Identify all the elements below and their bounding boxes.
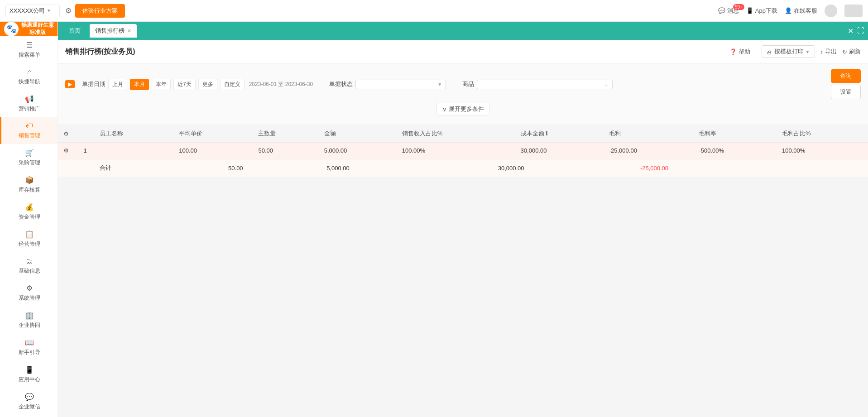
sidebar-item-label: 搜索菜单	[19, 51, 40, 59]
col-header-settings: ⚙	[58, 125, 76, 143]
sidebar-item-purchase[interactable]: 🛒 采购管理	[0, 144, 58, 171]
sidebar-item-app-center[interactable]: 📱 应用中心	[0, 361, 58, 388]
help-button[interactable]: ❓ 帮助	[729, 48, 750, 56]
sidebar-item-enterprise-wx[interactable]: 💬 企业微信	[0, 388, 58, 415]
row-gross: -25,000.00	[604, 143, 694, 159]
date-btn-more[interactable]: 更多	[198, 79, 217, 90]
export-button[interactable]: ↑ 导出	[820, 48, 837, 56]
date-btn-7days[interactable]: 近7天	[173, 79, 196, 90]
expand-conditions-button[interactable]: ∨ 展开更多条件	[436, 103, 490, 115]
footer-sales-pct	[451, 159, 493, 177]
status-select[interactable]: ▼	[355, 80, 446, 89]
inventory-icon: 📦	[25, 176, 34, 184]
date-range-display: 2023-06-01 至 2023-06-30	[249, 81, 313, 88]
footer-row: 合计 50.00 5,000.00	[58, 159, 868, 177]
date-btn-this-year[interactable]: 本年	[152, 79, 171, 90]
sidebar-item-quick-nav[interactable]: ⌂ 快捷导航	[0, 63, 58, 90]
enterprise-icon: 🏢	[25, 311, 34, 320]
sidebar-item-label: 采购管理	[19, 159, 40, 167]
tab-home[interactable]: 首页	[62, 24, 88, 38]
row-gross-rate: -500.00%	[693, 143, 777, 159]
tab-bar-right: ✕ ⛶	[848, 27, 864, 35]
date-btn-custom[interactable]: 自定义	[220, 79, 245, 90]
guide-icon: 📖	[25, 338, 34, 347]
print-chevron-icon: ▼	[806, 49, 810, 54]
sidebar-item-operations[interactable]: 📋 经营管理	[0, 225, 58, 253]
print-button[interactable]: 🖨 按模板打印 ▼	[762, 45, 815, 58]
col-header-gross: 毛利	[604, 125, 694, 143]
sidebar-item-label: 企业协同	[19, 321, 40, 329]
page-title: 销售排行榜(按业务员)	[65, 47, 729, 57]
date-btn-last-month[interactable]: 上月	[108, 79, 127, 90]
operations-icon: 📋	[25, 230, 34, 239]
basic-info-icon: 🗂	[26, 257, 33, 265]
top-bar: XXXXXX公司 ▼ ⚙ 体验行业方案 💬 消息 99+ 📱 App下载 👤 在…	[0, 0, 868, 22]
footer-cost: 30,000.00	[493, 159, 635, 177]
sidebar-item-label: 库存核算	[19, 186, 40, 194]
avatar[interactable]	[825, 5, 837, 17]
wechat-icon: 💬	[25, 393, 34, 401]
expand-icon: ∨	[442, 106, 447, 113]
logo-icon: 🐾	[4, 22, 19, 36]
sidebar-item-sales[interactable]: 🏷 销售管理	[0, 117, 58, 144]
sidebar-item-search-order[interactable]: ☰ 搜索菜单	[0, 36, 58, 63]
tab-sales-ranking[interactable]: 销售排行榜 ✕	[90, 24, 137, 38]
filter-status: 单据状态 ▼	[329, 80, 446, 89]
settings-button[interactable]: 设置	[831, 85, 861, 99]
company-selector[interactable]: XXXXXX公司 ▼	[5, 5, 60, 17]
settings-gear-icon[interactable]: ⚙	[65, 6, 72, 15]
message-button[interactable]: 💬 消息 99+	[718, 7, 739, 15]
refresh-icon: ↻	[842, 48, 847, 55]
tab-bar: 首页 销售排行榜 ✕ ✕ ⛶	[58, 22, 868, 40]
row-qty: 50.00	[253, 143, 318, 159]
sidebar-item-basic-info[interactable]: 🗂 基础信息	[0, 253, 58, 279]
message-badge: 99+	[733, 4, 744, 10]
app-center-icon: 📱	[25, 365, 34, 374]
app-download-button[interactable]: 📱 App下载	[746, 7, 777, 15]
sidebar-item-label: 新手引导	[19, 349, 40, 356]
sidebar-item-enterprise[interactable]: 🏢 企业协同	[0, 307, 58, 334]
sidebar-item-finance[interactable]: 💰 资金管理	[0, 198, 58, 225]
col-header-rank	[76, 125, 94, 143]
goods-dots: ...	[605, 82, 609, 87]
content-area: 首页 销售排行榜 ✕ ✕ ⛶ 销售排行榜(按业务员)	[58, 22, 868, 417]
tab-label: 销售排行榜	[95, 27, 125, 35]
goods-select[interactable]: ...	[477, 80, 613, 89]
sidebar: 🐾 畅康通好生意 标准版 ☰ 搜索菜单 ⌂ 快捷导航 📢 营销推广 🏷	[0, 22, 58, 417]
query-button[interactable]: 查询	[831, 69, 861, 83]
service-icon: 👤	[785, 7, 792, 14]
table-settings-icon[interactable]: ⚙	[63, 130, 69, 137]
purchase-icon: 🛒	[25, 149, 34, 157]
help-icon: ❓	[729, 48, 737, 55]
row-settings-cell[interactable]: ⚙	[58, 143, 76, 159]
online-service-button[interactable]: 👤 在线客服	[785, 7, 817, 15]
sidebar-item-inventory[interactable]: 📦 库存核算	[0, 171, 58, 198]
footer-gross: -25,000.00	[635, 159, 785, 177]
row-amount: 5,000.00	[319, 143, 397, 159]
sidebar-item-marketing[interactable]: 📢 营销推广	[0, 90, 58, 117]
expand-window-icon[interactable]: ⛶	[857, 27, 864, 35]
try-plan-button[interactable]: 体验行业方案	[75, 4, 125, 18]
footer-empty-2	[76, 159, 94, 177]
goods-filter-label: 商品	[462, 80, 474, 88]
company-name: XXXXXX公司	[10, 7, 45, 15]
sidebar-item-guide[interactable]: 📖 新手引导	[0, 334, 58, 361]
date-btn-this-month[interactable]: 本月	[130, 79, 149, 90]
footer-empty-1	[58, 159, 76, 177]
sidebar-item-label: 经营管理	[19, 240, 40, 248]
refresh-button[interactable]: ↻ 刷新	[842, 48, 861, 56]
print-icon: 🖨	[767, 48, 772, 55]
row-avg-price: 100.00	[173, 143, 253, 159]
sidebar-item-member[interactable]: ♛ 畅会员	[0, 415, 58, 417]
search-order-icon: ☰	[26, 41, 33, 49]
marketing-icon: 📢	[25, 95, 34, 103]
data-table: ⚙ 员工名称 平均单价	[58, 125, 868, 159]
filter-arrow-btn[interactable]: ▶	[65, 80, 75, 88]
export-icon: ↑	[820, 48, 824, 55]
divider	[756, 48, 756, 55]
tab-close-icon[interactable]: ✕	[127, 28, 131, 34]
sidebar-item-system[interactable]: ⚙ 系统管理	[0, 279, 58, 307]
date-filter-label: 单据日期	[82, 80, 106, 88]
close-window-icon[interactable]: ✕	[848, 27, 854, 35]
sidebar-item-label: 基础信息	[19, 267, 40, 275]
